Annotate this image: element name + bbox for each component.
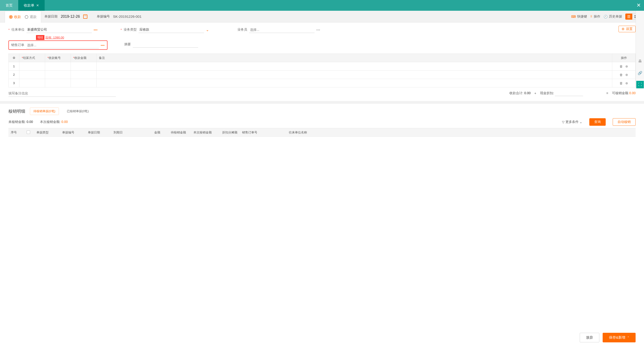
view-list-icon[interactable] <box>625 14 632 20</box>
history-link[interactable]: 🕘 历史单据 <box>604 14 622 19</box>
delete-row-icon[interactable]: 🗑 <box>620 64 623 68</box>
gear-column[interactable]: ⚙ <box>9 54 20 62</box>
delete-row-icon[interactable]: 🗑 <box>620 81 623 85</box>
add-row-icon[interactable]: ⊕ <box>625 81 628 85</box>
thiswriteoff-label: 本次核销金额: 0.00 <box>40 120 68 124</box>
partner-tags: 现结 应收: 1390.00 <box>36 35 636 40</box>
radio-off-icon <box>25 15 28 19</box>
footer-bar: 放弃 保存&新增 ⌃ <box>0 331 644 344</box>
verify-section: 核销明细 待核销单据(0笔) 已核销单据(0笔) 未核销金额: 0.00 本次核… <box>0 101 644 182</box>
table-row[interactable]: 3 🗑 ⊕ <box>9 79 636 88</box>
cell-remark[interactable] <box>96 79 612 88</box>
salesorder-input[interactable] <box>26 42 99 48</box>
close-all-icon[interactable]: ✕ <box>633 0 644 11</box>
keyboard-icon: ⌨ <box>571 15 576 18</box>
radio-receive[interactable]: 收款 <box>9 15 21 19</box>
plus-sign: + <box>534 92 536 95</box>
tag-receivable-link[interactable]: 应收: 1390.00 <box>45 36 64 40</box>
discard-button[interactable]: 放弃 <box>580 333 599 342</box>
cell-account[interactable] <box>45 62 71 70</box>
chevron-down-icon[interactable]: ⌄ <box>206 28 209 32</box>
add-row-icon[interactable]: ⊕ <box>625 64 628 68</box>
expand-icon[interactable]: ⛶ <box>636 81 644 88</box>
total-value: 0.00 <box>524 91 530 95</box>
remark-input[interactable] <box>8 90 116 97</box>
cell-method[interactable] <box>20 62 45 70</box>
table-row[interactable]: 2 🗑 ⊕ <box>9 70 636 79</box>
add-row-icon[interactable]: ⊕ <box>625 73 628 77</box>
more-conditions-label: 更多条件 <box>566 120 578 124</box>
top-tabbar: 首页 收款单 ✕ ✕ <box>0 0 644 11</box>
cell-amount[interactable] <box>71 79 96 88</box>
partner-input[interactable] <box>26 26 92 33</box>
save-new-button[interactable]: 保存&新增 ⌃ <box>603 333 636 342</box>
table-row[interactable]: 1 🗑 ⊕ <box>9 62 636 70</box>
salesman-lookup-icon[interactable]: ••• <box>316 28 320 32</box>
svg-rect-0 <box>634 15 636 16</box>
doc-header: 收款 退款 单据日期 2019-12-26 单据编号 SK-20191226-0… <box>0 11 644 22</box>
tab-receipt-label: 收款单 <box>24 3 34 8</box>
tag-cash: 现结 <box>36 35 44 40</box>
payment-grid: ⚙ *结算方式 *收款账号 *收款金额 备注 操作 1 🗑 ⊕ 2 🗑 ⊕ 3 … <box>0 54 644 88</box>
discount-input[interactable] <box>555 90 583 96</box>
writeoff-label: 可核销金额 0.00 <box>612 91 636 95</box>
query-button[interactable]: 查询 <box>589 118 606 126</box>
gear-icon: ⚙ <box>622 27 624 31</box>
vcol-docdate: 单据日期 <box>86 128 111 137</box>
history-label: 历史单据 <box>609 14 622 19</box>
shortcut-label: 快捷键 <box>577 14 587 19</box>
vcol-amount: 金额 <box>139 128 163 137</box>
row-index: 3 <box>9 79 20 88</box>
cell-amount[interactable] <box>71 62 96 70</box>
ops-link[interactable]: ⠿ 操作 <box>590 14 600 19</box>
tab-done[interactable]: 已核销单据(0笔) <box>64 108 92 115</box>
more-conditions[interactable]: ▽ 更多条件 ⌄ <box>562 120 582 124</box>
vcol-checkbox[interactable] <box>22 128 34 137</box>
col-remark: 备注 <box>96 54 612 62</box>
grid-icon: ⠿ <box>590 15 592 18</box>
vcol-doctype: 单据类型 <box>34 128 60 137</box>
docno-label: 单据编号 <box>97 14 110 19</box>
chevron-up-icon: ⌃ <box>627 336 629 339</box>
salesorder-label: 销售订单 <box>11 43 24 47</box>
cell-account[interactable] <box>45 79 71 88</box>
discount-label: 现金折扣: <box>540 90 583 96</box>
radio-refund[interactable]: 退款 <box>25 15 37 19</box>
sales-order-highlight: 销售订单 ••• <box>8 40 108 50</box>
calendar-icon[interactable] <box>83 14 88 19</box>
right-rail: 🖶 🔗 ⛶ <box>636 11 644 88</box>
settings-button[interactable]: ⚙ 设置 <box>618 26 636 32</box>
docno-value: SK-20191226-001 <box>113 14 142 18</box>
cell-method[interactable] <box>20 79 45 88</box>
svg-rect-2 <box>634 17 636 18</box>
save-new-label: 保存&新增 <box>609 335 625 340</box>
cell-amount[interactable] <box>71 70 96 79</box>
summary-input[interactable] <box>133 41 198 48</box>
auto-writeoff-button[interactable]: 自动核销 <box>613 118 636 126</box>
vcol-this: 本次核销金额 <box>188 128 214 137</box>
tab-receipt[interactable]: 收款单 ✕ <box>18 0 45 11</box>
biztype-input[interactable] <box>138 26 204 33</box>
cell-method[interactable] <box>20 70 45 79</box>
date-value[interactable]: 2019-12-26 <box>61 14 80 19</box>
cell-ops: 🗑 ⊕ <box>612 62 636 70</box>
partner-lookup-icon[interactable]: ••• <box>94 28 98 32</box>
tab-pending[interactable]: 待核销单据(0笔) <box>30 108 59 115</box>
print-icon[interactable]: 🖶 <box>636 58 644 65</box>
cell-remark[interactable] <box>96 62 612 70</box>
link-icon[interactable]: 🔗 <box>636 69 644 77</box>
cell-account[interactable] <box>45 70 71 79</box>
vcol-partner: 往来单位名称 <box>286 128 636 137</box>
shortcut-link[interactable]: ⌨ 快捷键 <box>571 14 587 19</box>
writeoff-value: 0.00 <box>629 91 636 95</box>
salesorder-lookup-icon[interactable]: ••• <box>101 44 105 47</box>
salesman-input[interactable] <box>249 26 314 33</box>
tab-home[interactable]: 首页 <box>0 0 18 11</box>
radio-receive-label: 收款 <box>14 15 21 19</box>
vcol-docno: 单据编号 <box>60 128 86 137</box>
receipt-type-tabs: 收款 退款 <box>5 11 41 23</box>
close-icon[interactable]: ✕ <box>36 4 39 7</box>
delete-row-icon[interactable]: 🗑 <box>620 73 623 77</box>
cell-remark[interactable] <box>96 70 612 79</box>
cell-ops: 🗑 ⊕ <box>612 79 636 88</box>
